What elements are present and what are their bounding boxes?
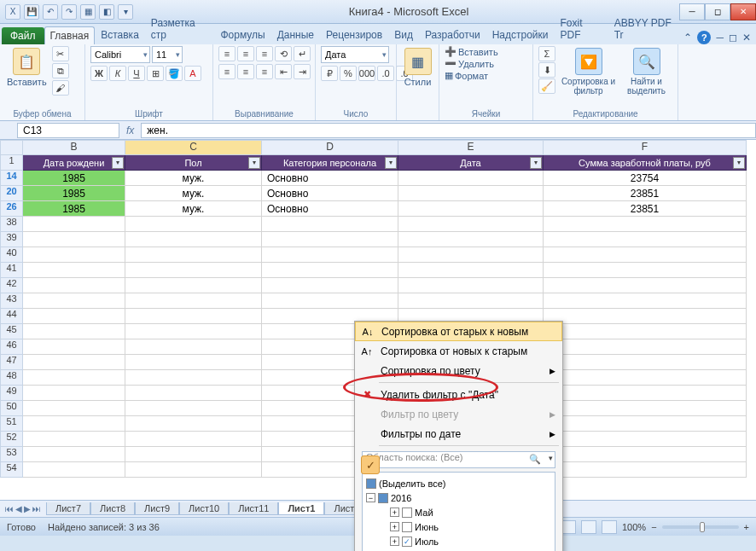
- cell[interactable]: [23, 462, 125, 478]
- chevron-down-icon[interactable]: ▾: [549, 454, 553, 462]
- fill-color-button[interactable]: 🪣: [166, 66, 183, 81]
- table-header-cell[interactable]: Сумма заработной платы, руб▾: [544, 155, 747, 171]
- checkbox-year[interactable]: [378, 493, 388, 503]
- row-header[interactable]: 53: [0, 447, 23, 462]
- cell[interactable]: [125, 447, 262, 462]
- cell[interactable]: муж.: [125, 186, 262, 201]
- checkbox-month[interactable]: [402, 536, 412, 547]
- formula-input[interactable]: жен.: [141, 123, 756, 138]
- sheet-tab[interactable]: Лист11: [229, 502, 278, 515]
- cell[interactable]: [544, 432, 747, 447]
- cell[interactable]: [23, 339, 125, 355]
- maximize-button[interactable]: ◻: [705, 3, 730, 20]
- decrease-indent-button[interactable]: ⇤: [275, 64, 292, 79]
- row-header[interactable]: 41: [0, 263, 23, 278]
- row-header[interactable]: 51: [0, 416, 23, 432]
- cell[interactable]: [398, 247, 544, 263]
- filter-dropdown-icon[interactable]: ▾: [248, 157, 260, 169]
- cell[interactable]: [125, 263, 262, 278]
- cell[interactable]: [23, 416, 125, 432]
- cell[interactable]: [262, 263, 398, 278]
- cell[interactable]: [544, 386, 747, 401]
- cell[interactable]: [125, 462, 262, 478]
- cell[interactable]: [125, 370, 262, 386]
- cell[interactable]: [23, 401, 125, 416]
- cell[interactable]: [23, 386, 125, 401]
- minimize-ribbon-icon[interactable]: ⌃: [683, 32, 692, 44]
- row-header[interactable]: 40: [0, 247, 23, 263]
- table-header-cell[interactable]: Дата рождени▾: [23, 155, 125, 171]
- filter-dropdown-icon[interactable]: ▾: [385, 157, 397, 169]
- border-button[interactable]: ⊞: [147, 66, 164, 81]
- cell[interactable]: [125, 339, 262, 355]
- sheet-nav-buttons[interactable]: ⏮◀▶⏭: [0, 504, 46, 513]
- row-header[interactable]: 52: [0, 432, 23, 447]
- redo-icon[interactable]: ↷: [61, 4, 77, 20]
- cell[interactable]: [544, 370, 747, 386]
- cell[interactable]: 23851: [544, 201, 747, 217]
- fill-button[interactable]: ⬇: [538, 62, 555, 78]
- styles-button[interactable]: ▦ Стили: [402, 46, 433, 89]
- tab-view[interactable]: Вид: [388, 26, 419, 44]
- undo-icon[interactable]: ↶: [43, 4, 58, 20]
- cell[interactable]: [544, 447, 747, 462]
- table-header-cell[interactable]: Пол▾: [125, 155, 262, 171]
- collapse-icon[interactable]: −: [366, 493, 375, 502]
- checkbox-month[interactable]: [402, 522, 412, 532]
- sheet-tab[interactable]: Лист9: [135, 502, 179, 515]
- cell[interactable]: 1985: [23, 171, 125, 186]
- cell[interactable]: [398, 201, 544, 217]
- cell[interactable]: [544, 309, 747, 324]
- comma-button[interactable]: 000: [358, 66, 375, 81]
- checkbox-month[interactable]: [402, 508, 412, 518]
- tab-formulas[interactable]: Формулы: [214, 26, 270, 44]
- expand-icon[interactable]: +: [390, 536, 399, 546]
- zoom-out-button[interactable]: −: [651, 522, 656, 532]
- copy-icon[interactable]: ⧉: [52, 63, 69, 78]
- filter-search-input[interactable]: Область поиска: (Все)🔍▾: [362, 451, 555, 468]
- close-button[interactable]: ✕: [730, 3, 756, 20]
- cell[interactable]: [262, 247, 398, 263]
- column-header[interactable]: B: [23, 140, 125, 155]
- cell[interactable]: Основно: [262, 171, 398, 186]
- cell[interactable]: [544, 232, 747, 247]
- cell[interactable]: [544, 247, 747, 263]
- sort-newest-oldest-item[interactable]: A↑Сортировка от новых к старым: [355, 341, 562, 361]
- mdi-close-icon[interactable]: ✕: [742, 32, 751, 44]
- font-name-combo[interactable]: Calibri: [90, 46, 150, 63]
- cell[interactable]: [262, 293, 398, 309]
- find-select-button[interactable]: 🔍 Найти и выделить: [621, 46, 672, 97]
- cell[interactable]: [125, 401, 262, 416]
- column-header[interactable]: C: [125, 140, 262, 155]
- filter-dropdown-icon[interactable]: ▾: [733, 157, 745, 169]
- cell[interactable]: [262, 232, 398, 247]
- sheet-tab[interactable]: Лист7: [46, 502, 90, 515]
- tab-addins[interactable]: Надстройки: [486, 26, 555, 44]
- name-box[interactable]: C13: [17, 123, 119, 138]
- cell[interactable]: 1985: [23, 201, 125, 217]
- row-header[interactable]: 26: [0, 201, 23, 217]
- zoom-thumb[interactable]: [700, 522, 705, 532]
- cell[interactable]: [125, 217, 262, 232]
- cut-icon[interactable]: ✂: [52, 46, 69, 61]
- cell[interactable]: [23, 447, 125, 462]
- delete-cells-button[interactable]: ➖Удалить: [445, 58, 494, 69]
- align-top-button[interactable]: ≡: [218, 46, 236, 61]
- paste-button[interactable]: 📋 Вставить: [5, 46, 49, 89]
- cell[interactable]: [125, 324, 262, 339]
- cell[interactable]: 23754: [544, 171, 747, 186]
- expand-icon[interactable]: +: [390, 522, 399, 531]
- italic-button[interactable]: К: [109, 66, 126, 81]
- save-icon[interactable]: 💾: [24, 4, 39, 20]
- cell[interactable]: [23, 263, 125, 278]
- cell[interactable]: [544, 401, 747, 416]
- cell[interactable]: [262, 278, 398, 293]
- cell[interactable]: [125, 432, 262, 447]
- cell[interactable]: 1985: [23, 186, 125, 201]
- tab-abbyy[interactable]: ABBYY PDF Tr: [608, 14, 684, 44]
- row-header[interactable]: 46: [0, 339, 23, 355]
- cell[interactable]: [125, 232, 262, 247]
- font-size-combo[interactable]: 11: [152, 46, 183, 63]
- format-painter-icon[interactable]: 🖌: [52, 80, 69, 96]
- qat-icon[interactable]: ▦: [80, 4, 96, 20]
